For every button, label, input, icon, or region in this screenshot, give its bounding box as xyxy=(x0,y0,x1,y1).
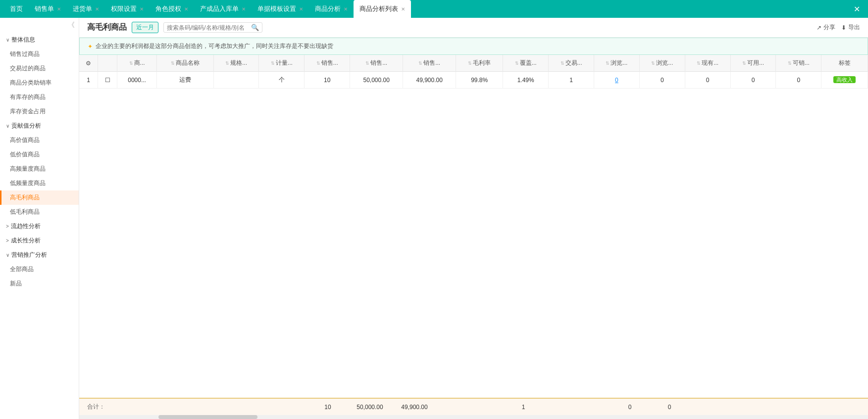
sort-icon-gross-rate: ⇅ xyxy=(468,61,472,66)
tab-products-in[interactable]: 产成品入库单✕ xyxy=(194,0,252,18)
col-header-unit[interactable]: ⇅计量... xyxy=(259,55,305,72)
tab-close-template[interactable]: ✕ xyxy=(299,6,303,12)
col-header-available[interactable]: ⇅可用... xyxy=(730,55,776,72)
tab-analysis[interactable]: 商品分析✕ xyxy=(309,0,354,18)
sidebar-item-sales-goods[interactable]: 销售过商品 xyxy=(0,47,79,61)
sidebar-item-new-goods[interactable]: 新品 xyxy=(0,277,79,291)
sidebar-item-high-value[interactable]: 高价值商品 xyxy=(0,133,79,147)
footer-spacer xyxy=(729,404,764,411)
window-close-icon[interactable]: ✕ xyxy=(850,4,864,14)
tab-purchase[interactable]: 进货单✕ xyxy=(67,0,105,18)
sidebar-item-goods-assist[interactable]: 商品分类助销率 xyxy=(0,76,79,90)
tab-sales[interactable]: 销售单✕ xyxy=(29,0,67,18)
tab-close-analysis-list[interactable]: ✕ xyxy=(401,6,405,12)
tab-label-home: 首页 xyxy=(10,4,23,13)
sidebar-group-financial[interactable]: ∨贡献值分析 xyxy=(0,119,79,133)
footer-spacer xyxy=(273,404,308,411)
footer-spacer xyxy=(437,404,471,411)
col-header-coverage[interactable]: ⇅覆盖... xyxy=(503,55,549,72)
col-header-sales-amt[interactable]: ⇅销售... xyxy=(350,55,403,72)
sidebar-item-stock-funds[interactable]: 库存资金占用 xyxy=(0,104,79,119)
sidebar-group-marketing[interactable]: ∨营销推广分析 xyxy=(0,248,79,262)
sidebar-item-all-goods[interactable]: 全部商品 xyxy=(0,262,79,277)
col-label-name: 商品名称 xyxy=(176,59,200,67)
col-header-saleable[interactable]: ⇅可销... xyxy=(776,55,821,72)
share-label: 分享 xyxy=(823,23,835,32)
col-label-sales-cost: 销售... xyxy=(423,59,440,67)
search-icon: 🔍 xyxy=(251,24,259,31)
sidebar-item-low-freq[interactable]: 低频量度商品 xyxy=(0,176,79,190)
tab-home[interactable]: 首页 xyxy=(4,0,29,18)
cell-index: 1 xyxy=(79,72,98,89)
sidebar-group-arrow-trend: > xyxy=(6,224,9,229)
tab-close-sales[interactable]: ✕ xyxy=(57,6,61,12)
footer-available: 0 xyxy=(650,404,689,411)
col-header-code[interactable]: ⇅商... xyxy=(117,55,157,72)
footer-spacer xyxy=(115,404,130,411)
tab-permissions[interactable]: 权限设置✕ xyxy=(105,0,150,18)
footer-sales-cost: 49,900.00 xyxy=(392,404,437,411)
col-header-browse2[interactable]: ⇅浏览... xyxy=(639,55,685,72)
sort-icon-spec: ⇅ xyxy=(225,61,229,66)
cell-current: 0 xyxy=(685,72,730,89)
tab-analysis-list[interactable]: 商品分析列表✕ xyxy=(354,0,411,18)
sort-icon-browse1: ⇅ xyxy=(606,61,610,66)
tab-label-products-in: 产成品入库单 xyxy=(200,4,239,13)
tab-close-products-in[interactable]: ✕ xyxy=(242,6,246,12)
sidebar-group-growth[interactable]: >成长性分析 xyxy=(0,233,79,248)
col-header-gross-rate[interactable]: ⇅毛利率 xyxy=(456,55,503,72)
tab-close-roles[interactable]: ✕ xyxy=(184,6,188,12)
collapse-icon[interactable]: 《 xyxy=(68,21,75,30)
col-header-trade[interactable]: ⇅交易... xyxy=(549,55,594,72)
tab-label-sales: 销售单 xyxy=(35,4,54,13)
link-cell-browse1[interactable]: 0 xyxy=(615,77,618,84)
content-header: 高毛利商品 近一月 🔍 ↗ 分享 ⬇ 导出 xyxy=(79,18,868,38)
search-input[interactable] xyxy=(167,24,249,31)
sidebar-item-high-freq[interactable]: 高频量度商品 xyxy=(0,162,79,176)
footer-spacer xyxy=(575,404,610,411)
main-body: 《 ∨整体信息销售过商品交易过的商品商品分类助销率有库存的商品库存资金占用∨贡献… xyxy=(0,18,868,419)
tab-close-permissions[interactable]: ✕ xyxy=(140,6,144,12)
footer-spacer xyxy=(471,404,506,411)
footer-spacer xyxy=(234,404,273,411)
col-header-name[interactable]: ⇅商品名称 xyxy=(157,55,213,72)
tag-badge: 高收入 xyxy=(833,76,856,83)
sidebar-item-low-profit[interactable]: 低毛利商品 xyxy=(0,205,79,219)
sidebar-item-low-value[interactable]: 低价值商品 xyxy=(0,147,79,162)
cell-spec xyxy=(213,72,259,89)
info-icon: ✦ xyxy=(88,43,93,50)
col-label-sales-qty: 销售... xyxy=(321,59,338,67)
share-button[interactable]: ↗ 分享 xyxy=(817,23,835,32)
page-title: 高毛利商品 xyxy=(87,22,127,33)
sidebar-item-in-stock[interactable]: 有库存的商品 xyxy=(0,90,79,104)
tab-close-analysis[interactable]: ✕ xyxy=(344,6,348,12)
info-banner: ✦ 企业的主要的利润都是这部分商品创造的，可考虑加大推广，同时关注库存是不要出现… xyxy=(79,38,868,55)
sidebar-item-traded-goods[interactable]: 交易过的商品 xyxy=(0,61,79,76)
tab-label-analysis: 商品分析 xyxy=(315,4,341,13)
filter-btn[interactable]: 近一月 xyxy=(132,22,158,33)
col-header-browse1[interactable]: ⇅浏览... xyxy=(594,55,639,72)
sidebar-item-high-profit[interactable]: 高毛利商品 xyxy=(0,190,79,205)
cell-saleable: 0 xyxy=(776,72,821,89)
col-label-browse2: 浏览... xyxy=(656,59,673,67)
export-button[interactable]: ⬇ 导出 xyxy=(841,23,860,32)
col-header-current[interactable]: ⇅现有... xyxy=(685,55,730,72)
tab-close-purchase[interactable]: ✕ xyxy=(95,6,99,12)
footer-spacer xyxy=(541,404,575,411)
cell-checkbox[interactable]: ☐ xyxy=(98,72,117,89)
col-header-spec[interactable]: ⇅规格... xyxy=(213,55,259,72)
col-header-sales-cost[interactable]: ⇅销售... xyxy=(403,55,456,72)
col-label-settings: ⚙ xyxy=(86,60,91,67)
sidebar-group-trend[interactable]: >流趋性分析 xyxy=(0,219,79,233)
tab-template[interactable]: 单据模板设置✕ xyxy=(252,0,309,18)
sidebar-group-overall[interactable]: ∨整体信息 xyxy=(0,33,79,47)
cell-browse1[interactable]: 0 xyxy=(594,72,639,89)
tab-roles[interactable]: 角色授权✕ xyxy=(150,0,194,18)
col-label-sales-amt: 销售... xyxy=(370,59,387,67)
cell-coverage: 1.49% xyxy=(503,72,549,89)
sidebar-group-label-financial: 贡献值分析 xyxy=(11,122,41,130)
col-header-sales-qty[interactable]: ⇅销售... xyxy=(305,55,350,72)
col-label-code: 商... xyxy=(134,59,145,67)
bottom-scrollbar[interactable] xyxy=(79,415,868,419)
footer-trade: 1 xyxy=(506,404,541,411)
